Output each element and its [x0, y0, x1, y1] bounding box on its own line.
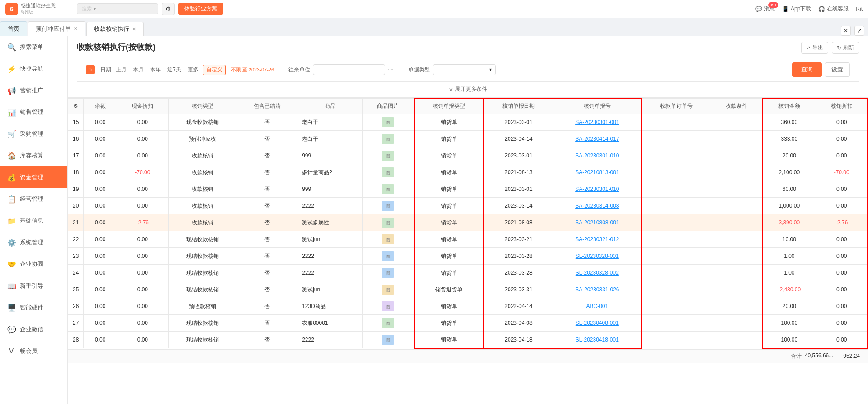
table-container[interactable]: ⚙ 余额 现金折扣 核销类型 包含已结清 商品 商品图片 核销单报类型 核销单报… — [68, 98, 868, 404]
date-more-btn[interactable]: 更多 — [186, 65, 200, 75]
collapse-btn[interactable]: » — [86, 65, 95, 74]
td-balance: 0.00 — [84, 164, 117, 181]
td-goods-img: 图 — [363, 298, 414, 315]
settings-btn[interactable]: 设置 — [825, 62, 850, 77]
td-cash-discount: 0.00 — [117, 248, 168, 265]
td-report-no[interactable]: SA-20210813-001 — [553, 164, 641, 181]
date-custom-btn[interactable]: 自定义 — [203, 65, 226, 75]
sidebar-item-system[interactable]: ⚙️ 系统管理 — [0, 232, 67, 253]
sidebar-item-hardware[interactable]: 🖥️ 智能硬件 — [0, 297, 67, 318]
tab-prepay-close[interactable]: ✕ — [74, 26, 78, 32]
sidebar-item-quicknav[interactable]: ⚡ 快捷导航 — [0, 58, 67, 80]
export-btn[interactable]: ↗ 导出 — [801, 42, 828, 54]
td-report-no[interactable]: SL-20230328-001 — [553, 248, 641, 265]
td-order-no — [642, 147, 711, 164]
online-service-btn[interactable]: 🎧 在线客服 — [818, 5, 849, 13]
sidebar-item-wechat[interactable]: 💬 企业微信 — [0, 318, 67, 340]
expand-label: 展开更多条件 — [455, 86, 487, 93]
expand-conditions-btn[interactable]: ∨ 展开更多条件 — [445, 84, 491, 95]
sidebar-label-system: 系统管理 — [20, 238, 43, 247]
td-amount: 1.00 — [762, 248, 816, 265]
td-report-date: 2023-03-28 — [484, 248, 553, 265]
td-report-no[interactable]: SL-20230418-001 — [553, 332, 641, 348]
app-download-btn[interactable]: 📱 App下载 — [782, 5, 811, 13]
td-condition — [711, 315, 762, 332]
sidebar-item-basic[interactable]: 📁 基础信息 — [0, 210, 67, 232]
top-search-box[interactable]: 搜索 ▾ — [77, 3, 158, 14]
query-btn[interactable]: 查询 — [792, 62, 822, 77]
td-report-no[interactable]: SA-20230321-012 — [553, 231, 641, 248]
td-settled: 否 — [237, 214, 297, 231]
td-discount: 0.00 — [816, 147, 868, 164]
sidebar-item-marketing[interactable]: 📢 营销推广 — [0, 80, 67, 101]
table-row: 150.000.00现金收款核销否老白干图销货单2023-03-01SA-202… — [68, 114, 868, 131]
tab-collection[interactable]: 收款核销执行 ✕ — [86, 22, 144, 36]
td-condition — [711, 332, 762, 348]
td-settled: 否 — [237, 131, 297, 147]
counterparty-input[interactable] — [313, 64, 385, 75]
th-type: 核销类型 — [168, 98, 237, 114]
td-condition — [711, 198, 762, 214]
sidebar-item-purchase[interactable]: 🛒 采购管理 — [0, 123, 67, 145]
td-discount: -70.00 — [816, 164, 868, 181]
date-cur-month-btn[interactable]: 本月 — [131, 65, 146, 75]
td-condition — [711, 147, 762, 164]
sidebar-item-finance[interactable]: 💰 资金管理 — [0, 166, 67, 188]
date-prev-month-btn[interactable]: 上月 — [114, 65, 128, 75]
td-report-no[interactable]: SL-20230328-002 — [553, 265, 641, 281]
td-report-type: 销货单 — [414, 231, 484, 248]
td-settled: 否 — [237, 265, 297, 281]
message-btn[interactable]: 💬 消息 99+ — [755, 5, 775, 13]
td-report-no[interactable]: ABC-001 — [553, 298, 641, 315]
td-discount: -2.76 — [816, 214, 868, 231]
sidebar-item-guide[interactable]: 📖 新手引导 — [0, 275, 67, 297]
td-settled: 否 — [237, 147, 297, 164]
sidebar-item-member[interactable]: V 畅会员 — [0, 340, 67, 362]
sidebar-item-collab[interactable]: 🤝 企业协同 — [0, 253, 67, 275]
td-type: 现结收款核销 — [168, 281, 237, 298]
th-goods: 商品 — [297, 98, 363, 114]
sidebar-item-sales[interactable]: 📊 销售管理 — [0, 101, 67, 123]
td-report-no[interactable]: SA-20230414-017 — [553, 131, 641, 147]
td-report-no[interactable]: SL-20230408-001 — [553, 315, 641, 332]
td-settled: 否 — [237, 198, 297, 214]
counterparty-section: 往来单位 ··· — [288, 64, 394, 75]
td-report-date: 2022-04-14 — [484, 298, 553, 315]
tab-expand-btn[interactable]: ⤢ — [854, 26, 864, 36]
sidebar-item-inventory[interactable]: 🏠 库存核算 — [0, 145, 67, 166]
td-settled: 否 — [237, 114, 297, 131]
date-7days-btn[interactable]: 近7天 — [165, 65, 183, 75]
td-type: 预收款核销 — [168, 298, 237, 315]
th-settings[interactable]: ⚙ — [68, 98, 84, 114]
td-report-no[interactable]: SA-20230301-010 — [553, 147, 641, 164]
table-row: 190.000.00收款核销否999图销货单2023-03-01SA-20230… — [68, 181, 868, 198]
td-type: 现结收款核销 — [168, 248, 237, 265]
td-report-date: 2023-03-21 — [484, 231, 553, 248]
td-report-no[interactable]: SA-20230314-008 — [553, 198, 641, 214]
sidebar-label-finance: 资金管理 — [20, 173, 43, 181]
td-report-no[interactable]: SA-20230331-026 — [553, 281, 641, 298]
td-report-no[interactable]: SA-20210808-001 — [553, 214, 641, 231]
td-settled: 否 — [237, 298, 297, 315]
user-area[interactable]: Rit — [856, 6, 863, 12]
svg-text:图: 图 — [386, 338, 390, 342]
gear-button[interactable]: ⚙ — [162, 3, 175, 15]
receipt-type-select[interactable]: ▾ — [433, 64, 496, 75]
td-report-type: 销货退货单 — [414, 281, 484, 298]
td-report-no[interactable]: SA-20230301-001 — [553, 114, 641, 131]
header-actions: ↗ 导出 ↻ 刷新 — [801, 42, 859, 54]
td-report-no[interactable]: SA-20230301-010 — [553, 181, 641, 198]
tab-home[interactable]: 首页 — [0, 21, 27, 36]
td-num: 21 — [68, 214, 84, 231]
tab-close-btn[interactable]: ✕ — [841, 26, 851, 36]
industry-btn[interactable]: 体验行业方案 — [178, 3, 223, 15]
date-cur-year-btn[interactable]: 本年 — [148, 65, 163, 75]
expand-bar: ∨ 展开更多条件 — [77, 82, 859, 97]
table-row: 270.000.00现结收款核销否衣服00001图销货单2023-04-08SL… — [68, 315, 868, 332]
page-header: 收款核销执行(按收款) ↗ 导出 ↻ 刷新 » 日期 — [68, 36, 868, 98]
tab-collection-close[interactable]: ✕ — [132, 26, 136, 32]
sidebar-item-operations[interactable]: 📋 经营管理 — [0, 188, 67, 210]
sidebar-item-search[interactable]: 🔍 搜索菜单 — [0, 36, 67, 58]
refresh-btn[interactable]: ↻ 刷新 — [832, 42, 859, 54]
tab-prepay[interactable]: 预付冲应付单 ✕ — [28, 21, 85, 36]
